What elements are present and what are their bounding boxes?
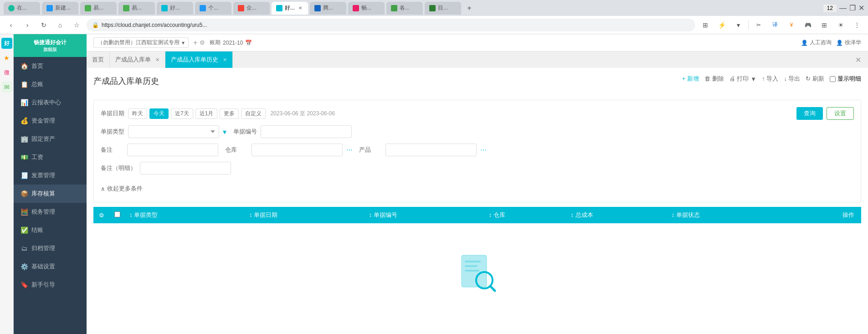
- more-button[interactable]: ⋮: [851, 19, 863, 31]
- sidebar-item-fixed[interactable]: 🏢 固定资产: [14, 130, 87, 148]
- back-button[interactable]: ‹: [5, 19, 17, 31]
- bill-no-input[interactable]: [261, 125, 352, 138]
- product-input[interactable]: [385, 144, 477, 156]
- sidebar-item-salary[interactable]: 💵 工资: [14, 148, 87, 166]
- date-btn-today[interactable]: 今天: [149, 108, 169, 119]
- th-bill-type[interactable]: ↕ 单据类型: [125, 207, 245, 223]
- company-settings-icon[interactable]: ⚙: [200, 39, 205, 46]
- note-input[interactable]: [127, 144, 218, 156]
- browser-tab-8[interactable]: 好... ✕: [272, 2, 308, 15]
- date-btn-7days[interactable]: 近7天: [171, 108, 193, 119]
- tab-history-close[interactable]: ✕: [223, 57, 227, 63]
- browser-tab-7[interactable]: 企...: [233, 2, 270, 15]
- show-detail-label[interactable]: 显示明细: [830, 75, 861, 83]
- nav-dropdown[interactable]: ▾: [732, 19, 745, 31]
- browser-tab-9[interactable]: 腾...: [310, 2, 346, 15]
- company-selector[interactable]: （勿删勿禁用）江西聪宝测试专用 ▾: [93, 37, 189, 48]
- refresh-button[interactable]: ↻: [37, 19, 50, 31]
- th-bill-date[interactable]: ↕ 单据日期: [245, 207, 365, 223]
- window-minimize[interactable]: —: [839, 4, 847, 12]
- theme-button[interactable]: ☀: [834, 19, 847, 31]
- add-company-btn[interactable]: +: [193, 39, 197, 47]
- sidebar-item-inventory[interactable]: 📦 库存核算: [14, 185, 87, 203]
- sidebar-item-settings[interactable]: ⚙️ 基础设置: [14, 257, 87, 276]
- warehouse-dots[interactable]: ···: [346, 146, 352, 154]
- extensions-button[interactable]: ⊞: [699, 19, 712, 31]
- calendar-icon[interactable]: 📅: [245, 40, 252, 46]
- translate-button[interactable]: 译: [769, 19, 781, 31]
- yuan-button[interactable]: ¥: [785, 19, 798, 31]
- settings-button[interactable]: 设置: [827, 107, 854, 120]
- sidebar-item-settle[interactable]: ✅ 结账: [14, 221, 87, 239]
- date-btn-more[interactable]: 更多: [220, 108, 239, 119]
- bookmark-button[interactable]: ☆: [70, 19, 83, 31]
- browser-tab-5[interactable]: 好...: [157, 2, 193, 15]
- sidebar-item-home[interactable]: 🏠 首页: [14, 57, 87, 75]
- browser-tabs-bar: 在... 新建... 易... 易... 好... 个... 企... 好...…: [0, 0, 868, 16]
- forward-button[interactable]: ›: [21, 19, 34, 31]
- sidebar-item-invoice[interactable]: 🧾 发票管理: [14, 166, 87, 185]
- product-dots[interactable]: ···: [480, 146, 486, 154]
- browser-tab-close-8[interactable]: ✕: [297, 5, 303, 11]
- email-icon[interactable]: ✉: [1, 82, 12, 92]
- th-warehouse[interactable]: ↕ 仓库: [484, 207, 566, 223]
- scissors-button[interactable]: ✂: [752, 19, 765, 31]
- browser-tab-10[interactable]: 畅...: [348, 2, 385, 15]
- bill-type-select[interactable]: [128, 125, 219, 138]
- th-bill-status[interactable]: ↕ 单据状态: [667, 207, 787, 223]
- th-gear[interactable]: ⚙: [93, 207, 110, 223]
- browser-tab-1[interactable]: 在...: [4, 2, 40, 15]
- browser-tab-4[interactable]: 易...: [118, 2, 155, 15]
- lightning-button[interactable]: ⚡: [715, 19, 728, 31]
- import-btn[interactable]: ↑ 导入: [762, 75, 778, 83]
- sidebar-item-guide[interactable]: 🔖 新手引导: [14, 276, 87, 294]
- refresh-btn[interactable]: ↻ 刷新: [806, 75, 824, 83]
- breadcrumb-home[interactable]: 首页: [87, 51, 110, 68]
- delete-btn[interactable]: 🗑 删除: [704, 75, 724, 83]
- window-restore[interactable]: ❐: [849, 4, 856, 12]
- bill-type-dots[interactable]: ▾: [223, 128, 226, 136]
- export-btn[interactable]: ↓ 导出: [784, 75, 800, 83]
- service-link[interactable]: 👤 人工咨询: [801, 39, 832, 46]
- game-button[interactable]: 🎮: [801, 19, 814, 31]
- date-btn-yesterday[interactable]: 昨天: [128, 108, 147, 119]
- select-all-checkbox[interactable]: [114, 211, 120, 217]
- collapse-label: 收起更多条件: [107, 185, 143, 193]
- note-detail-input[interactable]: [140, 162, 231, 175]
- star-icon[interactable]: ★: [1, 52, 12, 63]
- print-btn[interactable]: 🖨 打印 ▼: [729, 75, 757, 83]
- new-tab-button[interactable]: +: [463, 2, 476, 15]
- browser-tab-11[interactable]: 各...: [386, 2, 423, 15]
- grid-button[interactable]: ⊞: [818, 19, 831, 31]
- sidebar-item-reports[interactable]: 📊 云报表中心: [14, 93, 87, 112]
- sidebar-item-archive[interactable]: 🗂 归档管理: [14, 239, 87, 257]
- tab-list-close[interactable]: ✕: [155, 57, 159, 63]
- sidebar-item-tax[interactable]: 🧮 税务管理: [14, 203, 87, 221]
- browser-tab-6[interactable]: 个...: [195, 2, 231, 15]
- tab-history[interactable]: 产成品入库单历史 ✕: [165, 51, 233, 68]
- app-logo-icon[interactable]: 好: [1, 38, 12, 49]
- sidebar-item-ledger[interactable]: 📋 总账: [14, 75, 87, 93]
- weibo-icon[interactable]: 微: [1, 67, 12, 78]
- sidebar-item-label: 基础设置: [31, 262, 55, 271]
- th-bill-no[interactable]: ↕ 单据编号: [365, 207, 484, 223]
- address-bar[interactable]: 🔒 https://cloud.chanjet.com/accounting/u…: [87, 19, 695, 31]
- add-btn[interactable]: + 新增: [682, 75, 699, 83]
- home-button[interactable]: ⌂: [54, 19, 67, 31]
- th-checkbox[interactable]: [110, 207, 125, 223]
- browser-tab-12[interactable]: 目...: [425, 2, 461, 15]
- sidebar-item-funds[interactable]: 💰 资金管理: [14, 112, 87, 130]
- panel-close-btn[interactable]: ✕: [848, 56, 868, 64]
- th-total-cost[interactable]: ↕ 总成本: [566, 207, 667, 223]
- date-btn-1month[interactable]: 近1月: [195, 108, 218, 119]
- tab-list[interactable]: 产成品入库单 ✕: [110, 51, 165, 68]
- query-button[interactable]: 查询: [796, 107, 823, 120]
- show-detail-checkbox[interactable]: [830, 76, 836, 82]
- warehouse-input[interactable]: [252, 144, 343, 156]
- browser-tab-3[interactable]: 易...: [80, 2, 117, 15]
- browser-tab-2[interactable]: 新建...: [42, 2, 78, 15]
- collapse-btn[interactable]: ∧ 收起更多条件: [101, 185, 854, 193]
- window-close[interactable]: ✕: [858, 4, 864, 12]
- date-btn-custom[interactable]: 自定义: [241, 108, 266, 119]
- user-menu[interactable]: 👤 徐泽华: [836, 39, 861, 46]
